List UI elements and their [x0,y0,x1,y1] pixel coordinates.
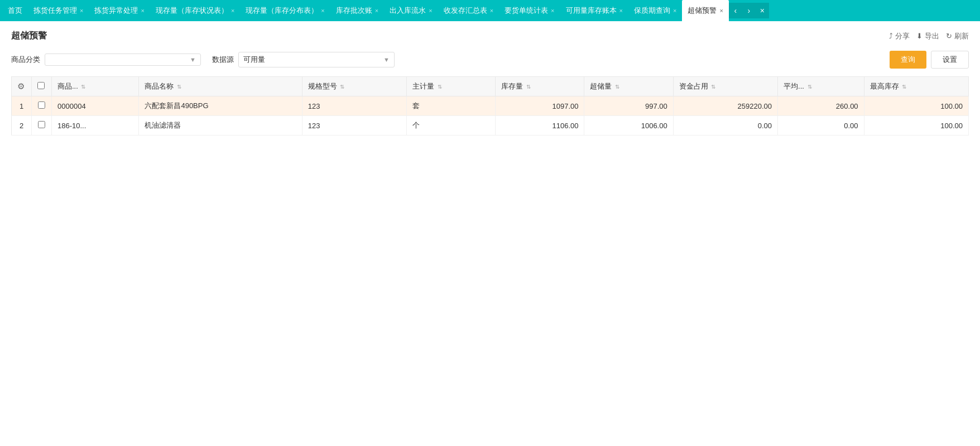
title-actions: ⤴ 分享 ⬇ 导出 ↻ 刷新 [889,31,969,41]
tab-close-keyongliang[interactable]: × [619,7,623,14]
row-checkbox-0[interactable] [38,101,45,109]
sort-capital-icon[interactable]: ⇅ [711,84,715,90]
export-button[interactable]: ⬇ 导出 [916,31,939,41]
page-title: 超储预警 [11,30,47,42]
th-unit: 主计量 ⇅ [407,77,496,96]
tab-kucun-pici[interactable]: 库存批次账 × [330,0,384,21]
datasource-value: 可用量 [243,55,265,65]
sort-unit-icon[interactable]: ⇅ [438,84,442,90]
table-header-row: ⚙ 商品... ⇅ 商品名称 ⇅ 规格型号 ⇅ 主计量 [12,77,969,96]
sort-stock-icon[interactable]: ⇅ [526,84,531,90]
tab-close-baozhi-query[interactable]: × [673,7,676,14]
row-checkbox-1[interactable] [38,121,45,128]
row-spec-1: 123 [302,116,406,135]
th-stock: 库存量 ⇅ [496,77,584,96]
row-spec-0: 123 [302,96,406,116]
page-content: 超储预警 ⤴ 分享 ⬇ 导出 ↻ 刷新 商品分类 ▼ 数据源 [0,21,980,446]
tab-close-jianhuo-yichang[interactable]: × [141,7,144,14]
table-row: 1 0000004 六配套新昌490BPG 123 套 1097.00 997.… [12,96,969,116]
tab-close-churuku[interactable]: × [429,7,432,14]
tab-close-shofacun[interactable]: × [490,7,493,14]
table-row: 2 186-10... 机油滤清器 123 个 1106.00 1006.00 … [12,116,969,135]
th-settings: ⚙ [12,77,32,96]
share-icon: ⤴ [889,32,893,40]
th-avg: 平均... ⇅ [778,77,864,96]
refresh-button[interactable]: ↻ 刷新 [946,31,969,41]
row-stock-1: 1106.00 [496,116,584,135]
sort-avg-icon[interactable]: ⇅ [808,84,812,90]
row-capital-1: 0.00 [673,116,777,135]
tab-chaochuyujing[interactable]: 超储预警 × [682,0,728,21]
topbar: 首页 拣货任务管理 × 拣货异常处理 × 现存量（库存状况表） × 现存量（库存… [0,0,980,21]
row-checkbox-cell-1 [32,116,52,135]
tab-keyongliang[interactable]: 可用量库存账本 × [560,0,628,21]
category-chevron-icon: ▼ [190,56,196,63]
row-avg-1: 0.00 [778,116,864,135]
row-name-1: 机油滤清器 [139,116,302,135]
query-button[interactable]: 查询 [890,51,926,69]
sort-code-icon[interactable]: ⇅ [81,84,85,90]
th-name: 商品名称 ⇅ [139,77,302,96]
th-code: 商品... ⇅ [52,77,139,96]
th-overstock: 超储量 ⇅ [584,77,673,96]
th-checkbox [32,77,52,96]
sort-overstock-icon[interactable]: ⇅ [615,84,619,90]
tab-close-kucun-pici[interactable]: × [375,7,378,14]
sort-spec-icon[interactable]: ⇅ [340,84,344,90]
tab-baozhi-query[interactable]: 保质期查询 × [628,0,682,21]
tab-nav-close-all[interactable]: × [756,3,769,18]
export-icon: ⬇ [916,32,923,40]
share-button[interactable]: ⤴ 分享 [889,31,910,41]
row-maxstock-1: 100.00 [864,116,968,135]
filter-row: 商品分类 ▼ 数据源 可用量 ▼ 查询 设置 [11,51,969,69]
tab-xiancunliang-dist[interactable]: 现存量（库存分布表） × [240,0,330,21]
tab-close-xiancunliang-kustock[interactable]: × [231,7,234,14]
category-label: 商品分类 [11,55,40,65]
row-checkbox-cell-0 [32,96,52,116]
tab-xiancunliang-kustock[interactable]: 现存量（库存状况表） × [150,0,240,21]
tab-nav-next[interactable]: › [742,3,756,18]
category-select[interactable]: ▼ [45,54,201,66]
row-name-0: 六配套新昌490BPG [139,96,302,116]
select-all-checkbox[interactable] [37,82,45,89]
row-num-0: 1 [12,96,32,116]
datasource-select[interactable]: 可用量 ▼ [238,52,395,67]
page-title-row: 超储预警 ⤴ 分享 ⬇ 导出 ↻ 刷新 [11,30,969,42]
row-maxstock-0: 100.00 [864,96,968,116]
datasource-label: 数据源 [212,55,234,65]
data-table: ⚙ 商品... ⇅ 商品名称 ⇅ 规格型号 ⇅ 主计量 [11,76,969,135]
refresh-icon: ↻ [946,32,952,40]
sort-name-icon[interactable]: ⇅ [177,84,181,90]
tab-jianhuo-yichang[interactable]: 拣货异常处理 × [89,0,150,21]
tab-close-chaochuyujing[interactable]: × [719,7,723,14]
row-overstock-0: 997.00 [584,96,673,116]
row-unit-1: 个 [407,116,496,135]
row-code-0: 0000004 [52,96,139,116]
th-maxstock: 最高库存 ⇅ [864,77,968,96]
settings-button[interactable]: 设置 [931,51,969,69]
row-unit-0: 套 [407,96,496,116]
row-code-1: 186-10... [52,116,139,135]
table-gear-icon[interactable]: ⚙ [17,81,25,91]
row-num-1: 2 [12,116,32,135]
tab-nav-prev[interactable]: ‹ [729,3,742,18]
tab-yaohuo-count[interactable]: 要货单统计表 × [499,0,560,21]
th-capital: 资金占用 ⇅ [673,77,777,96]
tab-jianhuorenwu[interactable]: 拣货任务管理 × [28,0,89,21]
tab-close-jianhuorenwu[interactable]: × [80,7,83,14]
row-avg-0: 260.00 [778,96,864,116]
row-capital-0: 259220.00 [673,96,777,116]
sort-maxstock-icon[interactable]: ⇅ [902,84,906,90]
datasource-filter: 数据源 可用量 ▼ [212,52,395,67]
filter-buttons: 查询 设置 [890,51,969,69]
row-overstock-1: 1006.00 [584,116,673,135]
tab-close-yaohuo-count[interactable]: × [551,7,554,14]
tab-home[interactable]: 首页 [2,0,28,21]
tab-shofacun[interactable]: 收发存汇总表 × [438,0,499,21]
category-filter: 商品分类 ▼ [11,54,201,66]
datasource-chevron-icon: ▼ [383,56,390,63]
tab-close-xiancunliang-dist[interactable]: × [321,7,324,14]
th-spec: 规格型号 ⇅ [302,77,406,96]
row-stock-0: 1097.00 [496,96,584,116]
tab-churuku[interactable]: 出入库流水 × [384,0,438,21]
